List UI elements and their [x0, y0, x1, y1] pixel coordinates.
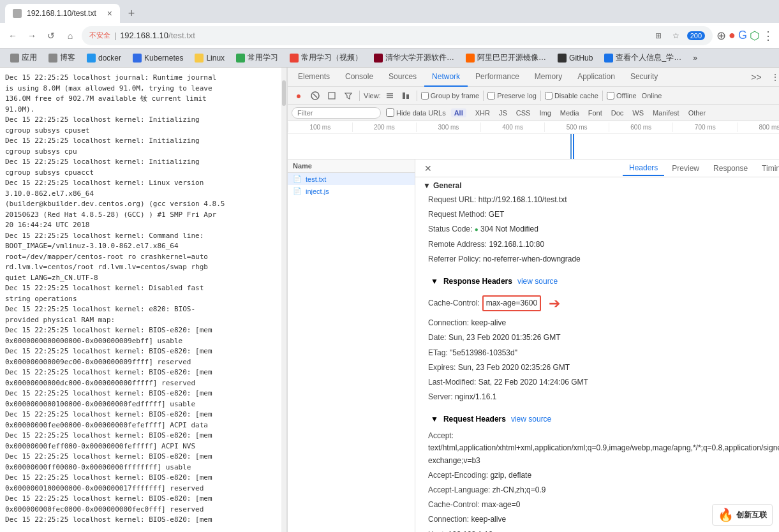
devtools-settings-icon[interactable]: ⋮: [767, 72, 779, 82]
forward-button[interactable]: →: [24, 28, 40, 43]
clear-button[interactable]: [308, 89, 322, 103]
tab-timing[interactable]: Timing: [755, 161, 779, 175]
filter-input[interactable]: [292, 107, 381, 119]
menu-button[interactable]: ⋮: [762, 29, 774, 43]
network-item-test-txt[interactable]: 📄 test.txt: [288, 173, 415, 185]
browser-chrome: 192.168.1.10/test.txt × + ← → ↺ ⌂ 不安全 | …: [0, 0, 779, 68]
refresh-button[interactable]: ↺: [43, 28, 59, 43]
bookmark-study[interactable]: 常用学习: [231, 50, 283, 65]
filter-media[interactable]: Media: [556, 108, 583, 117]
filter-other[interactable]: Other: [685, 108, 710, 117]
preserve-log-checkbox[interactable]: [487, 92, 495, 100]
extension-icon-4[interactable]: ⬡: [750, 29, 760, 43]
terminal-scrollbar[interactable]: [281, 68, 286, 532]
list-view-icon[interactable]: [383, 89, 397, 103]
filter-xhr[interactable]: XHR: [471, 108, 494, 117]
hide-data-urls-label[interactable]: Hide data URLs: [386, 108, 446, 117]
bookmark-docker[interactable]: docker: [82, 52, 126, 64]
filter-js[interactable]: JS: [495, 108, 511, 117]
tab-preview[interactable]: Preview: [665, 161, 706, 175]
filter-icon[interactable]: [341, 89, 355, 103]
headers-tabs: ✕ Headers Preview Response Timing: [415, 159, 779, 177]
new-tab-button[interactable]: +: [122, 4, 140, 22]
tab-application[interactable]: Application: [570, 68, 623, 87]
remote-address-row: Remote Address: 192.168.1.10:80: [428, 237, 779, 252]
connection-label: Connection:: [428, 318, 471, 327]
bookmark-apps[interactable]: 应用: [5, 50, 42, 65]
active-tab[interactable]: 192.168.1.10/test.txt ×: [5, 4, 120, 23]
etag-label: ETag:: [428, 348, 450, 357]
bookmark-icon: [466, 54, 475, 63]
filter-font[interactable]: Font: [584, 108, 606, 117]
tab-network[interactable]: Network: [424, 68, 468, 87]
url-box[interactable]: 不安全 | 192.168.1.10/test.txt ⊞ ☆ 200: [82, 26, 713, 45]
bookmark-video[interactable]: 常用学习（视频）: [285, 50, 367, 65]
watermark-icon: 🔥: [718, 507, 734, 522]
offline-text: Offline: [616, 92, 637, 100]
filter-type-buttons: XHR JS CSS Img Media Font Doc WS Manifes…: [471, 108, 709, 117]
bookmark-tsinghua[interactable]: 清华大学开源软件…: [369, 50, 459, 65]
general-section-title[interactable]: ▼ General: [423, 181, 779, 190]
bookmark-kubernetes[interactable]: Kubernetes: [128, 52, 188, 64]
response-view-source-link[interactable]: view source: [517, 277, 558, 286]
terminal-panel: Dec 15 22:25:25 localhost journal: Runti…: [0, 68, 287, 532]
filter-img[interactable]: Img: [535, 108, 554, 117]
referrer-policy-label: Referrer Policy:: [428, 255, 483, 263]
network-list-header: Name: [288, 159, 415, 173]
request-view-source-link[interactable]: view source: [511, 415, 551, 424]
tab-sources[interactable]: Sources: [381, 68, 424, 87]
host-label: Host:: [428, 530, 448, 532]
terminal-content[interactable]: Dec 15 22:25:25 localhost journal: Runti…: [5, 73, 281, 527]
timeline-tick-400: 400 ms: [480, 122, 545, 132]
bookmark-personal[interactable]: 查看个人信息_学…: [599, 50, 686, 65]
record-button[interactable]: ●: [292, 89, 306, 103]
back-button[interactable]: ←: [5, 28, 20, 43]
preserve-log-label[interactable]: Preserve log: [487, 92, 537, 100]
hide-data-urls-checkbox[interactable]: [386, 108, 394, 117]
disable-cache-checkbox[interactable]: [545, 92, 553, 100]
filter-bar: Hide data URLs All XHR JS CSS Img Media …: [288, 105, 779, 121]
remote-address-value: 192.168.1.10:80: [489, 240, 544, 249]
timeline-ruler: 100 ms 200 ms 300 ms 400 ms 500 ms 600 m…: [288, 121, 779, 134]
devtools-tabs-more[interactable]: >>: [746, 72, 766, 82]
import-icon[interactable]: [325, 89, 339, 103]
offline-checkbox[interactable]: [607, 92, 614, 100]
network-item-inject-js[interactable]: 📄 inject.js: [288, 185, 415, 197]
tab-close-button[interactable]: ×: [107, 8, 112, 18]
tab-response[interactable]: Response: [707, 161, 754, 175]
filter-manifest[interactable]: Manifest: [649, 108, 683, 117]
scrollbar-thumb[interactable]: [282, 80, 286, 106]
etag-response-row: ETag: "5e513986-10353d": [428, 346, 779, 360]
bookmark-github[interactable]: GitHub: [553, 52, 598, 64]
home-button[interactable]: ⌂: [63, 28, 78, 43]
extension-icon-1[interactable]: ⊕: [716, 29, 726, 43]
tab-console[interactable]: Console: [338, 68, 381, 87]
group-by-frame-label[interactable]: Group by frame: [421, 92, 479, 100]
tab-elements[interactable]: Elements: [290, 68, 338, 87]
translate-icon[interactable]: ⊞: [651, 29, 665, 43]
response-triangle-icon: ▼: [431, 277, 438, 286]
bookmark-linux[interactable]: Linux: [189, 52, 230, 64]
tab-headers[interactable]: Headers: [623, 161, 664, 176]
network-item-name-inject: inject.js: [306, 188, 329, 195]
group-by-frame-checkbox[interactable]: [421, 92, 429, 100]
all-filter-badge[interactable]: All: [451, 108, 466, 117]
date-label: Date:: [428, 333, 449, 342]
tab-security[interactable]: Security: [623, 68, 665, 87]
bookmark-star-icon[interactable]: ☆: [669, 29, 683, 43]
bookmark-blog[interactable]: 博客: [43, 50, 80, 65]
bookmark-ali[interactable]: 阿里巴巴开源镜像…: [461, 50, 551, 65]
chart-view-icon[interactable]: [399, 89, 413, 103]
tab-memory[interactable]: Memory: [527, 68, 570, 87]
filter-doc[interactable]: Doc: [607, 108, 628, 117]
offline-label[interactable]: Offline: [607, 92, 637, 100]
extension-icon-3[interactable]: G: [738, 29, 747, 42]
close-panel-button[interactable]: ✕: [420, 163, 436, 174]
tab-performance[interactable]: Performance: [468, 68, 527, 87]
bookmark-more[interactable]: »: [688, 52, 702, 64]
filter-css[interactable]: CSS: [512, 108, 535, 117]
disable-cache-label[interactable]: Disable cache: [545, 92, 598, 100]
filter-ws[interactable]: WS: [628, 108, 648, 117]
extension-icon-2[interactable]: ●: [729, 29, 736, 42]
timeline-tick-800: 800 ms: [737, 122, 779, 132]
